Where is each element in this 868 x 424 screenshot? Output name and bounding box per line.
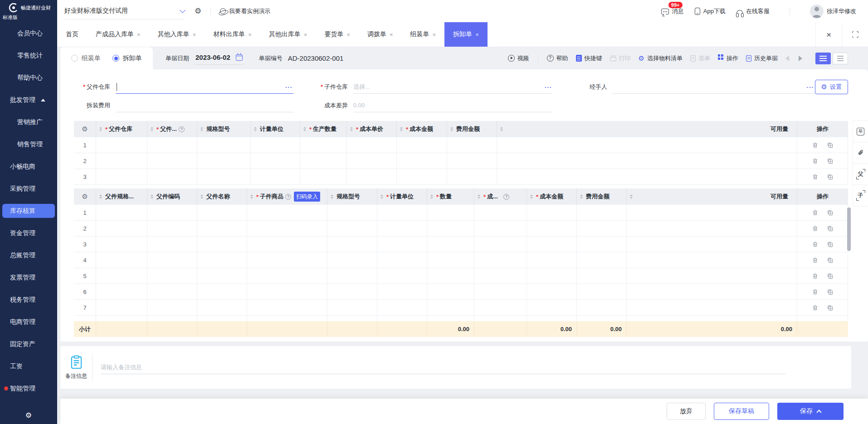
cell[interactable] [627,205,797,220]
cell[interactable] [377,221,427,236]
cell[interactable] [427,221,474,236]
cell[interactable] [251,137,300,153]
col-child-item[interactable]: 子件商品扫码录入 [247,188,327,205]
sidebar-item-fund-mgmt[interactable]: 资金管理 [0,222,57,244]
cell[interactable] [527,252,577,268]
col-parent-warehouse[interactable]: 父件仓库 [96,121,147,137]
close-icon[interactable]: × [137,31,141,38]
history-button[interactable]: 历史单据 [746,54,778,63]
sidebar-item-help-center[interactable]: 帮助中心 [0,67,57,89]
cell[interactable] [147,316,197,321]
cell[interactable] [527,236,577,252]
operate-button[interactable]: 操作 [718,54,738,63]
copy-row-icon[interactable] [827,273,834,279]
cell[interactable] [197,169,251,184]
cell[interactable] [427,205,474,220]
close-icon[interactable]: × [248,31,252,38]
cell[interactable] [147,137,197,153]
cell[interactable] [247,284,327,299]
col-cost-amount[interactable]: 成本金额 [527,188,577,205]
copy-row-icon[interactable] [827,173,834,180]
doc-date-picker[interactable]: 2023-06-02 [195,52,244,65]
sidebar-item-payroll[interactable]: 工资 [0,355,57,377]
sort-icon[interactable] [99,194,102,199]
cell[interactable] [377,252,427,268]
cell[interactable] [147,169,197,184]
cell[interactable] [147,284,197,299]
cell[interactable] [327,268,377,284]
org-selector[interactable]: 好业财标准版交付试用 [64,7,185,19]
cell[interactable] [347,169,397,184]
cell[interactable] [96,205,147,220]
close-icon[interactable]: × [346,31,350,38]
settings-button[interactable]: 设置 [815,80,848,94]
attachment-tool-button[interactable] [853,142,868,164]
close-icon[interactable]: × [475,31,479,38]
close-icon[interactable]: × [390,31,393,38]
col-unit[interactable]: 计量单位 [377,188,427,205]
cell[interactable] [427,300,474,315]
select-bom-button[interactable]: 选择物料清单 [639,54,683,63]
print-button[interactable]: 打印 [610,54,631,63]
close-icon[interactable]: × [193,31,196,38]
help-circle-icon[interactable] [503,194,509,200]
cell[interactable] [397,169,447,184]
cell[interactable] [96,236,147,252]
sort-icon[interactable] [331,194,333,199]
col-parent-code[interactable]: 父件编码 [147,188,197,205]
sort-icon[interactable] [254,127,257,132]
cell[interactable] [377,268,427,284]
cell[interactable] [300,169,347,184]
cell[interactable] [327,300,377,315]
cell[interactable] [147,300,197,315]
sort-icon[interactable] [350,127,353,132]
user-menu[interactable]: 徐泽华修改 [810,5,856,18]
cell[interactable] [527,284,577,299]
save-button[interactable]: 保存 [777,403,844,420]
copy-row-icon[interactable] [827,209,834,216]
cell[interactable] [527,268,577,284]
copy-row-icon[interactable] [827,257,834,264]
cell[interactable] [147,268,197,284]
cell[interactable] [427,252,474,268]
col-unit[interactable]: 计量单位 [251,121,300,137]
cell[interactable] [251,169,300,184]
scan-entry-button[interactable]: 扫码录入 [294,192,320,202]
cell[interactable] [347,153,397,169]
sidebar-item-tax-mgmt[interactable]: 税务管理 [0,289,57,311]
delete-row-icon[interactable] [812,289,819,295]
cell[interactable] [247,236,327,252]
child-expand-tool-button[interactable]: 子 [853,185,868,206]
copy-row-icon[interactable] [827,225,834,232]
cell[interactable] [497,153,797,169]
sort-icon[interactable] [430,194,433,199]
copy-row-icon[interactable] [827,142,834,149]
col-spec-model[interactable]: 规格型号 [197,121,251,137]
discard-button[interactable]: 放弃 [667,403,706,420]
cell[interactable] [527,205,577,220]
copy-row-icon[interactable] [827,304,834,311]
sort-icon[interactable] [99,127,102,132]
copy-row-icon[interactable] [827,158,834,164]
sidebar-item-member-center[interactable]: 会员中心 [0,22,57,44]
org-settings-gear-icon[interactable] [195,6,201,16]
sort-icon[interactable] [151,127,153,132]
cell[interactable] [251,153,300,169]
sort-icon[interactable] [200,127,203,132]
cell[interactable] [497,169,797,184]
cell[interactable] [474,252,527,268]
cell[interactable] [247,268,327,284]
sidebar-settings-button[interactable] [0,406,57,424]
sort-icon[interactable] [200,194,203,199]
handler-input[interactable] [613,80,815,94]
cell[interactable] [474,221,527,236]
cell[interactable] [96,137,147,153]
close-all-tabs-button[interactable]: × [815,22,842,47]
sort-icon[interactable] [478,194,480,199]
col-unit-cost[interactable]: 成... [474,188,527,205]
cell[interactable] [327,252,377,268]
cell[interactable] [347,137,397,153]
prev-arrow-icon[interactable] [785,56,789,61]
cell[interactable] [197,137,251,153]
cell[interactable] [577,221,627,236]
